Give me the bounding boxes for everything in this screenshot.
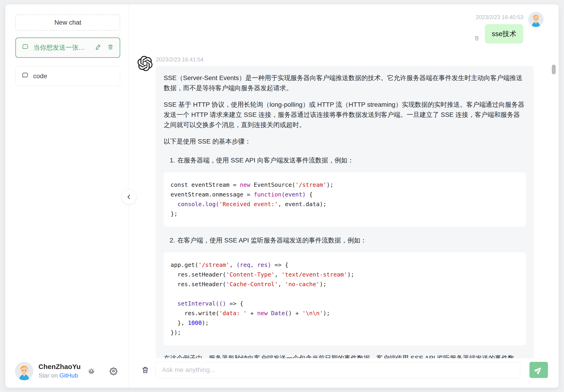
clear-conversation-button[interactable]	[141, 366, 149, 374]
app-window: New chat 当你想发送一张照...	[5, 4, 559, 388]
new-chat-button[interactable]: New chat	[15, 14, 120, 31]
paper-plane-icon	[533, 364, 545, 376]
delete-conversation-icon[interactable]	[107, 44, 114, 52]
message-timestamp: 2023/2/23 16:40:53	[476, 14, 523, 21]
assistant-message-bubble: SSE（Server-Sent Events）是一种用于实现服务器向客户端推送数…	[156, 66, 534, 358]
sidebar-item-conversation[interactable]: code	[15, 66, 120, 86]
sidebar-item-conversation-active[interactable]: 当你想发送一张照...	[15, 38, 120, 58]
message-bubble-icon	[22, 72, 28, 81]
message-input-bar	[129, 358, 559, 388]
trash-icon	[141, 366, 149, 374]
edit-conversation-icon[interactable]	[95, 44, 101, 52]
trash-icon	[474, 35, 480, 41]
delete-message-button[interactable]	[474, 35, 480, 41]
list-item: 2.在客户端，使用 SSE API 监听服务器端发送的事件流数据，例如：	[164, 235, 526, 245]
conversation-title: 当你想发送一张照...	[33, 43, 90, 52]
sidebar-footer: ChenZhaoYu Star on GitHub	[5, 357, 128, 388]
list-item: 1.在服务器端，使用 SSE API 向客户端发送事件流数据，例如：	[164, 155, 526, 165]
github-link[interactable]: GitHub	[59, 372, 78, 379]
message-input[interactable]	[155, 362, 520, 378]
scrollbar-thumb[interactable]	[552, 65, 556, 74]
paragraph: SSE（Server-Sent Events）是一种用于实现服务器向客户端推送数…	[164, 73, 526, 93]
user-message: 2023/2/23 16:40:53 sse技术	[137, 14, 534, 43]
send-button[interactable]	[529, 362, 548, 378]
code-block[interactable]: const eventStream = new EventSource('/st…	[164, 172, 526, 227]
paragraph: 在这个例子中，服务器每秒钟向客户端发送一个包含当前日期的事件数据。客户端使用 S…	[164, 353, 526, 358]
chat-scroll-area[interactable]: 2023/2/23 16:40:53 sse技术	[129, 4, 559, 358]
user-name: ChenZhaoYu	[39, 363, 81, 371]
settings-button[interactable]	[109, 367, 118, 376]
assistant-message: 2023/2/23 16:41:54 SSE（Server-Sent Event…	[137, 56, 534, 358]
conversation-title: code	[33, 72, 114, 80]
theme-toggle-button[interactable]	[87, 367, 96, 376]
sidebar-collapse-button[interactable]	[122, 189, 136, 204]
paragraph: SSE 基于 HTTP 协议，使用长轮询（long-polling）或 HTTP…	[164, 100, 526, 130]
conversation-list: New chat 当你想发送一张照...	[5, 4, 128, 357]
user-message-bubble: sse技术	[485, 24, 523, 43]
user-avatar	[15, 362, 33, 380]
chat-panel: 2023/2/23 16:40:53 sse技术	[129, 4, 559, 388]
sidebar: New chat 当你想发送一张照...	[5, 4, 129, 388]
theme-sun-icon	[87, 367, 96, 376]
openai-logo	[137, 56, 153, 71]
star-on-github: Star on GitHub	[39, 372, 81, 379]
chevron-left-icon	[126, 193, 132, 200]
code-block[interactable]: app.get('/stream', (req, res) => { res.s…	[164, 252, 526, 345]
paragraph: 以下是使用 SSE 的基本步骤：	[164, 136, 526, 147]
user-avatar	[528, 12, 544, 27]
message-bubble-icon	[22, 43, 29, 52]
gear-icon	[109, 367, 118, 376]
page-background: New chat 当你想发送一张照...	[0, 0, 564, 392]
message-timestamp: 2023/2/23 16:41:54	[156, 56, 203, 63]
